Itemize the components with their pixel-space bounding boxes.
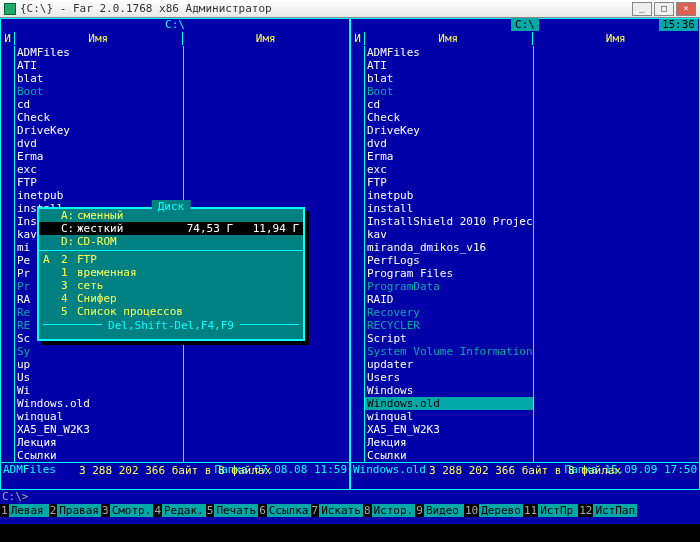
file-row[interactable]: Check [351,111,699,124]
plugin-item[interactable]: 4Снифер [39,292,303,305]
left-col-marker: И [1,32,15,45]
right-col-name: Имя [365,32,533,45]
file-row[interactable]: FTP [1,176,349,189]
file-row[interactable]: Recovery [351,306,699,319]
window-title: {C:\} - Far 2.0.1768 x86 Администратор [20,2,272,15]
plugin-item[interactable]: 1временная [39,266,303,279]
file-row[interactable]: install [351,202,699,215]
file-row[interactable]: ADMFiles [1,46,349,59]
file-row[interactable]: RAID [351,293,699,306]
file-row[interactable]: inetpub [351,189,699,202]
file-row[interactable]: System Volume Information [351,345,699,358]
left-footer-name: ADMFiles [3,463,56,476]
fkey-9[interactable]: 9Видео [415,503,464,517]
right-footer-name: Windows.old [353,463,426,476]
left-col-name: Имя [15,32,183,45]
file-row[interactable]: Boot [351,85,699,98]
close-button[interactable]: × [676,2,696,16]
file-row[interactable]: Program Files [351,267,699,280]
file-row[interactable]: RECYCLER [351,319,699,332]
fkey-5[interactable]: 5Печать [206,503,258,517]
file-row[interactable]: Windows [351,384,699,397]
file-row[interactable]: winqual [1,410,349,423]
fkey-4[interactable]: 4Редак. [153,503,205,517]
file-row[interactable]: dvd [1,137,349,150]
fkey-1[interactable]: 1Левая [0,503,49,517]
file-row[interactable]: ATI [1,59,349,72]
file-row[interactable]: Us [1,371,349,384]
file-row[interactable]: exc [1,163,349,176]
app-icon [4,3,16,15]
file-row[interactable]: Ссылки [351,449,699,462]
file-row[interactable]: blat [351,72,699,85]
file-row[interactable]: Windows.old [1,397,349,410]
plugin-item[interactable]: 5Список процессов [39,305,303,318]
file-row[interactable]: Boot [1,85,349,98]
right-col-marker: И [351,32,365,45]
drive-menu-popup[interactable]: Диск A:сменныйC:жесткий74,53 Г11,94 ГD:C… [37,207,305,341]
drive-item[interactable]: C:жесткий74,53 Г11,94 Г [39,222,303,235]
plugin-item[interactable]: 3сеть [39,279,303,292]
fkey-6[interactable]: 6Ссылка [258,503,310,517]
maximize-button[interactable]: □ [654,2,674,16]
file-row[interactable]: kav [351,228,699,241]
file-row[interactable]: Script [351,332,699,345]
left-col-name2: Имя [183,32,350,45]
fkey-10[interactable]: 10Дерево [464,503,523,517]
fkey-12[interactable]: 12ИстПап [578,503,637,517]
drive-menu-hint: Del,Shift-Del,F4,F9 [102,319,240,332]
file-row[interactable]: updater [351,358,699,371]
left-panel-title: C:\ [161,18,189,31]
minimize-button[interactable]: _ [632,2,652,16]
file-row[interactable]: Sy [1,345,349,358]
file-row[interactable]: Лекция [1,436,349,449]
command-prompt[interactable]: C:\> [0,490,700,503]
plugin-item[interactable]: A2FTP [39,253,303,266]
fkey-11[interactable]: 11ИстПр [523,503,578,517]
fkey-2[interactable]: 2Правая [49,503,101,517]
file-row[interactable]: PerfLogs [351,254,699,267]
file-row[interactable]: Ссылки [1,449,349,462]
right-summary: 3 288 202 366 байт в 8 файлах [429,464,621,477]
file-row[interactable]: ADMFiles [351,46,699,59]
right-col-name2: Имя [533,32,700,45]
file-row[interactable]: cd [1,98,349,111]
drive-item[interactable]: D:CD-ROM [39,235,303,248]
file-row[interactable]: ProgramData [351,280,699,293]
right-panel-title: C:\ [511,18,539,31]
file-row[interactable]: cd [351,98,699,111]
window-titlebar: {C:\} - Far 2.0.1768 x86 Администратор _… [0,0,700,18]
fkey-3[interactable]: 3Смотр. [101,503,153,517]
file-row[interactable]: miranda_dmikos_v16 [351,241,699,254]
file-row[interactable]: InstallShield 2010 Projec} [351,215,699,228]
file-row[interactable]: Check [1,111,349,124]
fkey-8[interactable]: 8Истор. [363,503,415,517]
drive-menu-title: Диск [152,200,191,213]
file-row[interactable]: Лекция [351,436,699,449]
file-row[interactable]: DriveKey [1,124,349,137]
file-row[interactable]: XA5_EN_W2K3 [1,423,349,436]
file-row[interactable]: Users [351,371,699,384]
file-row[interactable]: ATI [351,59,699,72]
file-row[interactable]: blat [1,72,349,85]
function-key-bar: 1Левая 2Правая3Смотр.4Редак.5Печать6Ссыл… [0,503,700,517]
right-panel[interactable]: C:\ И Имя Имя ADMFilesATIblatBootcdCheck… [350,18,700,490]
file-row[interactable]: FTP [351,176,699,189]
file-row[interactable]: winqual [351,410,699,423]
file-row[interactable]: dvd [351,137,699,150]
file-row[interactable]: exc [351,163,699,176]
left-summary: 3 288 202 366 байт в 8 файлах [79,464,271,477]
file-row[interactable]: Erma [351,150,699,163]
file-row[interactable]: Windows.old [351,397,699,410]
file-row[interactable]: Erma [1,150,349,163]
file-row[interactable]: DriveKey [351,124,699,137]
file-row[interactable]: up [1,358,349,371]
file-row[interactable]: XA5_EN_W2K3 [351,423,699,436]
file-row[interactable]: Wi [1,384,349,397]
fkey-7[interactable]: 7Искать [311,503,363,517]
